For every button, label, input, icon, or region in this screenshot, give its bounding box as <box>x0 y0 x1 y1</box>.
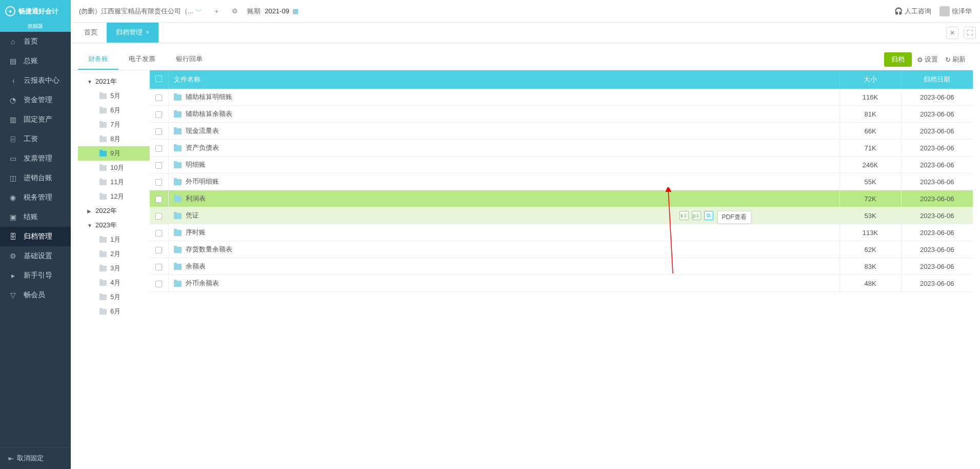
select-all-checkbox[interactable] <box>155 75 162 82</box>
row-checkbox[interactable] <box>155 281 162 287</box>
sidebar-item-12[interactable]: ▸新手引导 <box>0 266 71 285</box>
sub-tab-1[interactable]: 电子发票 <box>118 49 166 70</box>
sub-tab-2[interactable]: 银行回单 <box>166 49 213 70</box>
sidebar-item-1[interactable]: ▤总账 <box>0 51 71 71</box>
col-name: 文件名称 <box>168 70 839 89</box>
tree-year-label: 2022年 <box>95 206 117 216</box>
table-row[interactable]: 辅助核算明细账 116K 2023-06-06 <box>150 89 973 106</box>
add-company-icon[interactable]: ＋ <box>210 5 223 17</box>
settings-link[interactable]: ⚙ 设置 <box>917 55 938 64</box>
file-date: 2023-06-06 <box>901 123 973 140</box>
sidebar-item-7[interactable]: ◫进销台账 <box>0 168 71 188</box>
file-date: 2023-06-06 <box>901 89 973 106</box>
row-checkbox[interactable] <box>155 111 162 118</box>
tree-year[interactable]: ▶2022年 <box>78 204 150 218</box>
sidebar-item-8[interactable]: ◉税务管理 <box>0 188 71 207</box>
tree-month[interactable]: 5月 <box>78 89 150 103</box>
table-row[interactable]: 外币明细账 55K 2023-06-06 <box>150 173 973 190</box>
sidebar-item-9[interactable]: ▣结账 <box>0 207 71 227</box>
tree-month[interactable]: 1月 <box>78 232 150 247</box>
sidebar-item-6[interactable]: ▭发票管理 <box>0 149 71 168</box>
sidebar-item-4[interactable]: ▥固定资产 <box>0 110 71 129</box>
pdf-view-icon[interactable]: ⧉ <box>704 211 713 220</box>
caret-down-icon: ▼ <box>87 79 93 85</box>
tree-month-label: 3月 <box>110 264 121 273</box>
user-menu[interactable]: 徐泽华 <box>939 6 972 16</box>
tree-month[interactable]: 9月 <box>78 146 150 161</box>
tree-month-label: 5月 <box>110 292 121 302</box>
archive-button[interactable]: 归档 <box>884 52 912 67</box>
row-checkbox[interactable] <box>155 145 162 152</box>
tree-month[interactable]: 2月 <box>78 247 150 261</box>
file-name: 明细账 <box>186 161 206 168</box>
table-row[interactable]: 余额表 83K 2023-06-06 <box>150 258 973 275</box>
folder-icon <box>174 213 182 219</box>
stock-icon: ◫ <box>8 173 17 183</box>
sidebar-item-5[interactable]: ⌸工资 <box>0 129 71 149</box>
table-row[interactable]: 凭证 x⇩ p⇩ ⧉ PDF查看 53K 2023-06-06 <box>150 207 973 224</box>
sidebar-item-10[interactable]: 🗄归档管理 <box>0 227 71 246</box>
tree-year[interactable]: ▼2021年 <box>78 74 150 89</box>
company-selector[interactable]: (勿删）江西服宝精品有限责任公司（... ﹀ <box>79 7 202 16</box>
table-row[interactable]: 辅助核算余额表 81K 2023-06-06 <box>150 106 973 123</box>
row-checkbox[interactable] <box>155 179 162 186</box>
tree-month[interactable]: 3月 <box>78 261 150 276</box>
logo-subtitle: 旗舰版 <box>0 23 71 32</box>
tree-month[interactable]: 8月 <box>78 132 150 146</box>
logo[interactable]: ✦ 畅捷通好会计 <box>0 0 71 23</box>
row-checkbox[interactable] <box>155 213 162 220</box>
tree-month[interactable]: 11月 <box>78 175 150 189</box>
tree-month[interactable]: 12月 <box>78 189 150 204</box>
tree-month-label: 1月 <box>110 235 121 244</box>
tab-0[interactable]: 首页 <box>75 23 107 43</box>
table-row[interactable]: 外币余额表 48K 2023-06-06 <box>150 275 973 292</box>
tab-fullscreen-icon[interactable]: ⛶ <box>964 27 976 39</box>
consult-button[interactable]: 🎧 人工咨询 <box>894 7 931 16</box>
table-row[interactable]: 现金流量表 66K 2023-06-06 <box>150 123 973 140</box>
row-checkbox[interactable] <box>155 94 162 101</box>
sidebar-item-0[interactable]: ⌂首页 <box>0 32 71 51</box>
tab-close-icon[interactable]: × <box>146 29 149 36</box>
sidebar-item-11[interactable]: ⚙基础设置 <box>0 246 71 266</box>
sidebar-unpin[interactable]: ⇤ 取消固定 <box>0 447 71 469</box>
tab-close-all-icon[interactable]: ✕ <box>946 27 958 39</box>
table-row[interactable]: 利润表 72K 2023-06-06 <box>150 190 973 207</box>
table-row[interactable]: 资产负债表 71K 2023-06-06 <box>150 140 973 157</box>
table-row[interactable]: 序时账 113K 2023-06-06 <box>150 224 973 241</box>
folder-icon <box>99 122 107 128</box>
tree-month[interactable]: 10月 <box>78 161 150 175</box>
settings-icon[interactable]: ⚙ <box>229 5 241 17</box>
calendar-icon[interactable]: ▦ <box>292 7 298 15</box>
tree-month[interactable]: 6月 <box>78 304 150 319</box>
sub-tab-0[interactable]: 财务账 <box>78 49 118 70</box>
table-row[interactable]: 存货数量余额表 62K 2023-06-06 <box>150 241 973 258</box>
file-table: 文件名称 大小 归档日期 辅助核算明细账 116K 2023-06-06 辅助核… <box>150 70 973 292</box>
home-icon: ⌂ <box>8 37 17 46</box>
refresh-link[interactable]: ↻ 刷新 <box>945 55 966 64</box>
sidebar-item-3[interactable]: ◔资金管理 <box>0 90 71 110</box>
row-checkbox[interactable] <box>155 196 162 203</box>
close-icon: ▣ <box>8 212 17 222</box>
row-checkbox[interactable] <box>155 264 162 270</box>
row-checkbox[interactable] <box>155 247 162 253</box>
tree-month[interactable]: 7月 <box>78 118 150 132</box>
table-row[interactable]: 明细账 246K 2023-06-06 <box>150 157 973 173</box>
tree-month[interactable]: 4月 <box>78 276 150 290</box>
tax-icon: ◉ <box>8 193 17 202</box>
ledger-icon: ▤ <box>8 56 17 66</box>
sidebar-item-13[interactable]: ▽畅会员 <box>0 285 71 305</box>
row-checkbox[interactable] <box>155 162 162 169</box>
tree-month[interactable]: 5月 <box>78 290 150 304</box>
file-table-wrap: 文件名称 大小 归档日期 辅助核算明细账 116K 2023-06-06 辅助核… <box>150 70 973 469</box>
tree-year[interactable]: ▼2023年 <box>78 218 150 232</box>
tab-1[interactable]: 归档管理× <box>107 23 158 43</box>
row-checkbox[interactable] <box>155 128 162 135</box>
tree-month-label: 8月 <box>110 134 121 144</box>
download-excel-icon[interactable]: x⇩ <box>679 211 689 220</box>
file-size: 246K <box>839 157 901 173</box>
file-size: 55K <box>839 173 901 190</box>
sidebar-item-2[interactable]: ⫞云报表中心 <box>0 71 71 90</box>
tree-month[interactable]: 6月 <box>78 103 150 118</box>
download-pdf-icon[interactable]: p⇩ <box>692 211 701 220</box>
row-checkbox[interactable] <box>155 230 162 237</box>
